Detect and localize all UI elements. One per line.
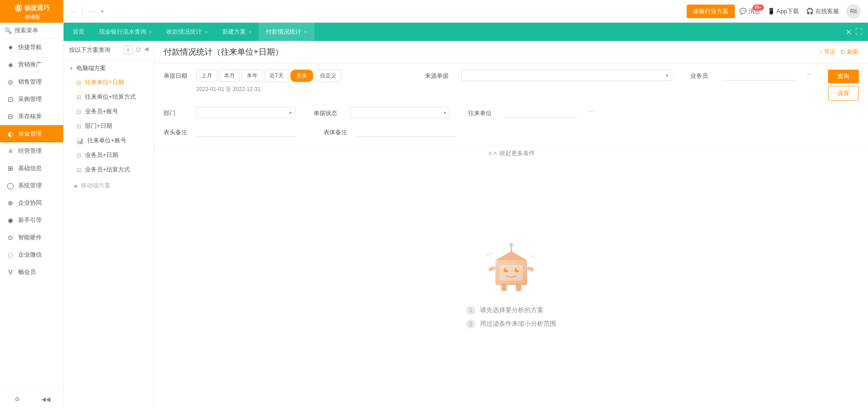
date-this-month[interactable]: 本月: [219, 70, 240, 82]
scheme-item-staff-settle[interactable]: ⊟ 业务员+结算方式: [64, 162, 154, 177]
sidebar-item-member[interactable]: V 畅会员: [0, 263, 63, 281]
empty-tip-2-text: 用过滤条件来缩小分析范围: [480, 320, 556, 328]
topbar-dropdown-icon[interactable]: ▾: [101, 8, 104, 15]
user-avatar[interactable]: Rit: [846, 4, 861, 19]
source-voucher-select[interactable]: [461, 70, 672, 81]
sidebar-item-system[interactable]: ◯ 系统管理: [0, 177, 63, 194]
sidebar-item-capital[interactable]: ◐ 资金管理: [0, 125, 63, 142]
scheme-collapse-icon[interactable]: ◀: [144, 45, 149, 55]
tab-cash-flow[interactable]: 现金银行流水查询 ×: [92, 23, 159, 41]
sidebar-collapse-btn[interactable]: ◀◀: [33, 393, 60, 405]
tab-payment-stat-close[interactable]: ×: [304, 29, 307, 35]
tab-receipt-stat-close[interactable]: ×: [205, 29, 207, 35]
collapse-more-btn[interactable]: ∧∧ 收起更多条件: [155, 145, 868, 161]
search-menu-btn[interactable]: 🔍 搜索菜单: [0, 23, 63, 39]
tab-new-scheme[interactable]: 新建方案 ×: [215, 23, 259, 41]
partner-input[interactable]: [504, 107, 577, 118]
svg-point-12: [509, 243, 513, 247]
refresh-btn[interactable]: ↻ 刷新: [840, 48, 859, 56]
department-select[interactable]: [195, 107, 295, 118]
system-icon: ◯: [6, 182, 15, 190]
scheme-item-staff-account[interactable]: ⊟ 业务员+账号: [64, 104, 154, 119]
filter-row-3: 表头备注 表体备注: [164, 126, 859, 139]
desktop-group-arrow: ▼: [69, 66, 74, 71]
mobile-group-label: 移动端方案: [81, 182, 110, 190]
date-custom[interactable]: 自定义: [315, 70, 341, 82]
maximize-tab-btn[interactable]: ⛶: [855, 28, 863, 36]
svg-line-14: [529, 256, 536, 258]
svg-point-3: [504, 268, 508, 273]
date-buttons: 上月 本月 本年 近7天 更多 自定义: [196, 70, 341, 82]
export-btn[interactable]: ↑ 导出: [819, 48, 836, 56]
tab-receipt-stat[interactable]: 收款情况统计 ×: [159, 23, 215, 41]
svg-rect-10: [516, 284, 521, 291]
scheme-item-staff-date[interactable]: ⊟ 业务员+日期: [64, 148, 154, 162]
scheme-item-partner-settle[interactable]: ⊟ 往来单位+结算方式: [64, 90, 154, 104]
sidebar-item-quick-nav[interactable]: ★ 快捷导航: [0, 39, 63, 56]
header-note-input[interactable]: [196, 126, 296, 137]
sidebar-item-inventory[interactable]: ⊟ 库存核算: [0, 108, 63, 125]
sidebar-item-label: 经营管理: [18, 147, 42, 155]
date-last-7d[interactable]: 近7天: [264, 70, 289, 82]
scheme-item-partner-date-label: 往来单位+日期: [85, 78, 124, 86]
date-range-display: 2022-01-01 至 2022-12-31: [196, 86, 260, 93]
collapse-sidebar-icon: ◀◀: [41, 396, 50, 403]
sidebar-item-sales[interactable]: ◎ 销售管理: [0, 73, 63, 91]
voucher-date-label: 单据日期: [164, 70, 187, 82]
avatar-text: Rit: [850, 8, 857, 15]
scheme-item-label: 业务员+账号: [85, 107, 118, 116]
scheme-item-icon: ⊟: [76, 123, 81, 130]
scheme-item-partner-account[interactable]: 📊 往来单位+账号: [64, 133, 154, 148]
sidebar-item-base-info[interactable]: ⊞ 基础信息: [0, 160, 63, 177]
notification-btn[interactable]: 💬 消息 99+: [739, 7, 760, 15]
body-note-input[interactable]: [356, 126, 456, 137]
scheme-group-mobile-header[interactable]: ▶ 移动端方案: [64, 179, 154, 192]
scheme-settings-icon[interactable]: ⊙: [135, 45, 141, 55]
app-download-btn[interactable]: 📱 App下载: [768, 7, 799, 15]
svg-point-4: [514, 268, 519, 273]
sidebar-settings-btn[interactable]: ⚙: [4, 393, 31, 405]
sidebar-item-hardware[interactable]: ⊙ 智能硬件: [0, 229, 63, 246]
close-tab-window-btn[interactable]: ✕: [846, 28, 852, 36]
scheme-add-btn[interactable]: +: [124, 45, 133, 55]
tab-cash-flow-close[interactable]: ×: [149, 29, 152, 35]
sidebar-item-purchase[interactable]: ⊡ 采购管理: [0, 91, 63, 108]
mobile-group-arrow: ▶: [75, 183, 78, 188]
query-btn[interactable]: 查询: [828, 70, 859, 83]
purchase-icon: ⊡: [6, 95, 15, 103]
right-panel: 付款情况统计（往来单位+日期） ↑ 导出 ↻ 刷新: [155, 41, 868, 409]
tab-new-scheme-close[interactable]: ×: [249, 29, 251, 35]
salesman-label: 业务员: [690, 70, 713, 82]
salesman-input[interactable]: [722, 70, 795, 81]
page-title: 付款情况统计（往来单位+日期）: [164, 46, 819, 57]
scheme-item-label: 业务员+日期: [85, 151, 118, 159]
scheme-item-partner-date[interactable]: ⊙ 往来单位+日期: [64, 75, 154, 90]
date-last-month[interactable]: 上月: [196, 70, 217, 82]
sidebar-item-guide[interactable]: ◉ 新手引导: [0, 212, 63, 229]
scheme-group-desktop-header[interactable]: ▼ 电脑端方案: [64, 61, 154, 75]
online-service-btn[interactable]: 🎧 在线客服: [806, 7, 839, 15]
date-more[interactable]: 更多: [290, 70, 313, 82]
partner-dots[interactable]: ···: [588, 107, 594, 115]
sidebar-item-operation[interactable]: ≡ 经营管理: [0, 142, 63, 160]
sidebar-item-label: 畅会员: [18, 268, 36, 276]
tab-home[interactable]: 首页: [65, 23, 92, 41]
sidebar-nav: ★ 快捷导航 ◈ 营销推广 ◎ 销售管理 ⊡ 采购管理 ⊟ 库存核算 ◐ 资金管…: [0, 39, 63, 389]
tab-payment-stat[interactable]: 付款情况统计 ×: [259, 23, 314, 41]
inventory-icon: ⊟: [6, 112, 15, 121]
tip-num-2: 2: [466, 319, 475, 328]
sidebar-item-wechat[interactable]: ◌ 企业微信: [0, 246, 63, 263]
filter-area: 单据日期 上月 本月 本年 近7天 更多 自定义 2022-01-01 至 20…: [155, 63, 868, 145]
sidebar-footer: ⚙ ◀◀: [0, 389, 63, 409]
filter-settings-btn[interactable]: 设置: [828, 86, 859, 101]
voucher-status-select[interactable]: [350, 107, 450, 118]
salesman-dots[interactable]: ···: [806, 70, 812, 78]
scheme-item-dept-date[interactable]: ⊟ 部门+日期: [64, 119, 154, 133]
search-menu-label: 搜索菜单: [15, 26, 38, 35]
sidebar-item-marketing[interactable]: ◈ 营销推广: [0, 56, 63, 73]
sidebar-item-enterprise[interactable]: ⊕ 企业协同: [0, 194, 63, 212]
date-this-year[interactable]: 本年: [242, 70, 263, 82]
app-download-label: App下载: [777, 7, 799, 15]
department-label: 部门: [164, 107, 186, 120]
industry-btn[interactable]: 体验行业方案: [687, 5, 735, 18]
